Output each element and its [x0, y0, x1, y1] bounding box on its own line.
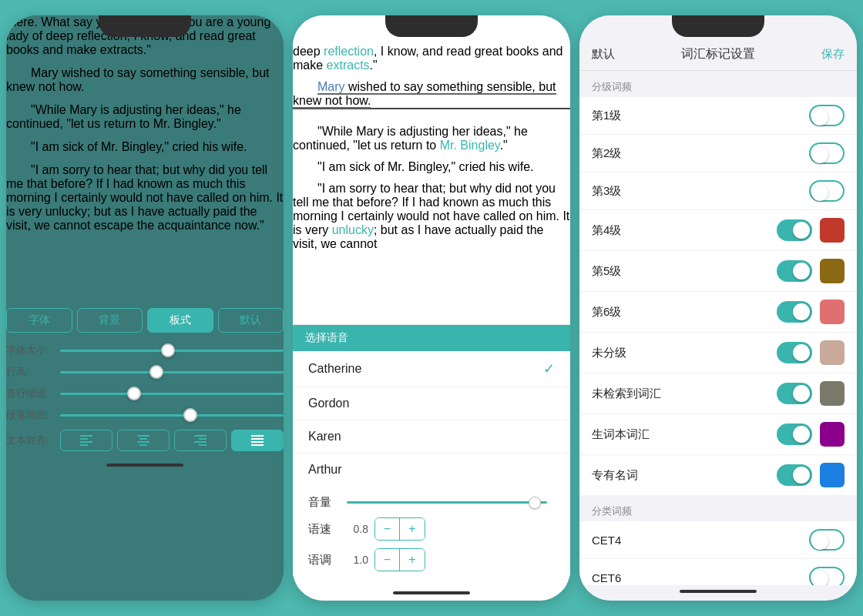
svg-rect-2 [80, 441, 92, 443]
pitch-plus[interactable]: + [400, 549, 425, 571]
paragraph-spacing-slider[interactable] [60, 414, 284, 417]
voice-name-catherine: Catherine [308, 362, 361, 376]
not-found-row: 未检索到词汇 [579, 373, 857, 414]
proper-noun-row: 专有名词 [579, 455, 857, 495]
text-align-row: 文本对齐: [6, 430, 284, 451]
align-left[interactable] [60, 430, 112, 451]
pitch-controls: − + [374, 548, 425, 571]
voice-list: Catherine ✓ Gordon Karen Arthur [293, 351, 570, 486]
level-3-row: 第3级 [579, 172, 857, 210]
cet6-name: CET6 [592, 571, 801, 584]
line-height-slider[interactable] [60, 371, 284, 373]
svg-rect-0 [80, 435, 92, 437]
voice-item-karen[interactable]: Karen [293, 420, 570, 454]
vocab-book-color[interactable] [820, 422, 845, 447]
vocab-book-name: 生词本词汇 [592, 427, 769, 442]
align-center[interactable] [117, 430, 170, 451]
not-found-color[interactable] [820, 381, 845, 406]
tab-style[interactable]: 板式 [147, 308, 213, 333]
teal-word-bingley: Mr. Bingley [440, 139, 500, 152]
indent-slider[interactable] [60, 393, 284, 395]
font-size-label: 字体大小: [6, 343, 60, 357]
paragraph-4: "I am sick of Mr. Bingley," cried his wi… [6, 140, 284, 154]
speed-controls: − + [374, 517, 425, 541]
unclassified-toggle[interactable] [777, 342, 812, 363]
tab-default[interactable]: 默认 [218, 308, 284, 333]
svg-rect-13 [251, 438, 264, 440]
volume-label: 音量 [308, 495, 339, 510]
vocab-settings-content: 分级词频 第1级 第2级 第3级 第4级 第5级 [579, 71, 857, 585]
check-catherine: ✓ [543, 360, 555, 377]
level-4-name: 第4级 [592, 223, 769, 238]
p2-1: deep reflection, I know, and read great … [293, 45, 570, 72]
volume-slider[interactable] [347, 501, 547, 504]
unclassified-name: 未分级 [592, 346, 769, 360]
level-3-toggle[interactable] [809, 180, 845, 202]
proper-noun-toggle[interactable] [777, 464, 812, 486]
unclassified-color[interactable] [820, 340, 845, 365]
font-size-slider[interactable] [60, 350, 284, 352]
speed-plus[interactable]: + [400, 518, 425, 540]
tab-background[interactable]: 背景 [77, 308, 143, 333]
level-6-name: 第6级 [592, 305, 769, 320]
cet4-row: CET4 [579, 521, 857, 559]
voice-panel-header: 选择语音 [293, 325, 570, 351]
level-2-toggle[interactable] [809, 142, 845, 164]
notch-2 [385, 15, 478, 37]
save-button[interactable]: 保存 [821, 47, 845, 62]
voice-item-gordon[interactable]: Gordon [293, 387, 570, 420]
level-5-row: 第5级 [579, 251, 857, 292]
level-2-row: 第2级 [579, 135, 857, 172]
paragraph-spacing-row: 段落间距: [6, 408, 284, 422]
level-6-toggle[interactable] [777, 301, 812, 323]
section-label-graded: 分级词频 [579, 71, 857, 97]
align-buttons-group [60, 430, 284, 451]
level-5-name: 第5级 [592, 264, 769, 279]
level-4-color[interactable] [820, 218, 845, 243]
vocab-book-toggle[interactable] [777, 424, 812, 445]
speed-minus[interactable]: − [375, 518, 400, 540]
notch-1 [99, 15, 191, 37]
voice-item-catherine[interactable]: Catherine ✓ [293, 351, 570, 387]
paragraph-spacing-label: 段落间距: [6, 408, 60, 422]
svg-rect-8 [194, 435, 207, 437]
not-found-toggle[interactable] [777, 383, 812, 404]
volume-row: 音量 [308, 495, 555, 510]
voice-name-arthur: Arthur [308, 463, 342, 477]
graded-settings-card: 第1级 第2级 第3级 第4级 第5级 第6级 [579, 97, 857, 495]
speed-row: 语速 0.8 − + [308, 517, 555, 541]
settings-panel: 字体 背景 板式 默认 字体大小: 行高: 首行缩进: 段落间距: [6, 308, 284, 601]
level-6-color[interactable] [820, 300, 845, 324]
level-5-toggle[interactable] [777, 260, 812, 282]
reading-content-2: deep reflection, I know, and read great … [293, 15, 570, 324]
level-4-row: 第4级 [579, 210, 857, 251]
align-justify[interactable] [231, 430, 284, 451]
level-4-toggle[interactable] [777, 219, 812, 241]
p2-2: Mary wished to say something sensible, b… [293, 80, 570, 109]
text-align-label: 文本对齐: [6, 434, 60, 447]
notch-3 [672, 15, 764, 37]
p2-3: "While Mary is adjusting her ideas," he … [293, 125, 570, 152]
teal-word-extracts: extracts [327, 59, 370, 72]
svg-rect-12 [251, 435, 264, 437]
p2-4: "I am sick of Mr. Bingley," cried his wi… [293, 160, 570, 174]
pitch-minus[interactable]: − [375, 549, 400, 571]
voice-item-arthur[interactable]: Arthur [293, 454, 570, 486]
indent-label: 首行缩进: [6, 387, 60, 400]
tab-font[interactable]: 字体 [6, 308, 72, 333]
cet4-toggle[interactable] [809, 529, 845, 551]
svg-rect-4 [137, 435, 149, 437]
speed-label: 语速 [308, 522, 339, 537]
line-height-row: 行高: [6, 365, 284, 379]
proper-noun-color[interactable] [820, 463, 845, 487]
pitch-value: 1.0 [345, 554, 368, 566]
level-6-row: 第6级 [579, 292, 857, 333]
proper-noun-name: 专有名词 [592, 468, 769, 483]
svg-rect-1 [80, 438, 88, 440]
cet6-toggle[interactable] [809, 567, 845, 585]
default-button[interactable]: 默认 [592, 47, 615, 62]
level-1-toggle[interactable] [809, 105, 845, 126]
align-right[interactable] [174, 430, 227, 451]
paragraph-2: Mary wished to say something sensible, b… [6, 66, 284, 94]
level-5-color[interactable] [820, 259, 845, 283]
